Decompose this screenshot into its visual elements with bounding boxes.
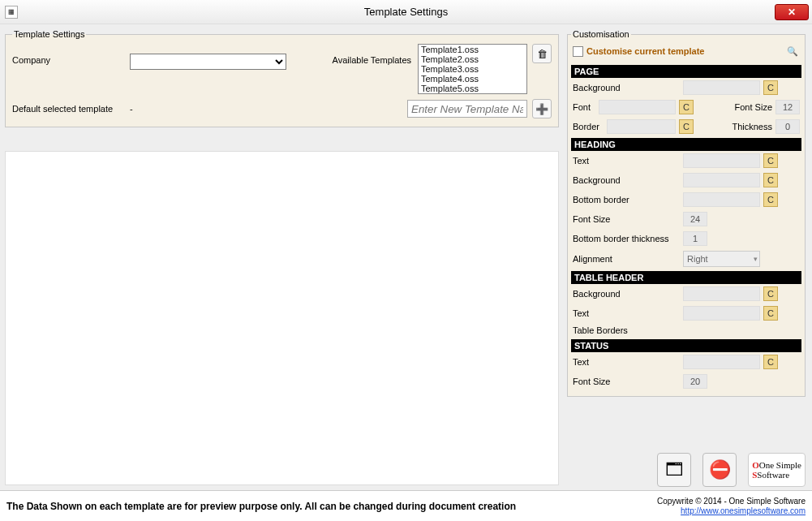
template-item[interactable]: Template1.oss	[419, 45, 526, 54]
heading-bg-swatch[interactable]	[683, 173, 760, 187]
page-font-color-button[interactable]: C	[679, 100, 694, 114]
heading-text-swatch[interactable]	[683, 153, 760, 168]
page-thickness-value[interactable]: 0	[775, 119, 800, 134]
status-text-color-button[interactable]: C	[763, 355, 778, 369]
section-page: PAGE	[571, 65, 801, 78]
page-border-label: Border	[573, 122, 604, 131]
available-templates-label: Available Templates	[320, 44, 418, 65]
customisation-group: Customisation Customise current template…	[567, 29, 806, 397]
company-label: Company	[12, 44, 130, 65]
heading-fs-value[interactable]: 24	[683, 212, 707, 226]
customisation-legend: Customisation	[571, 29, 631, 39]
window-title: Template Settings	[0, 6, 812, 18]
chevron-down-icon: ▾	[754, 255, 759, 263]
remove-template-button[interactable]: 🗑	[532, 44, 552, 63]
heading-bg-label: Background	[573, 175, 680, 185]
titlebar: ▦ Template Settings ✕	[0, 0, 812, 24]
logo-line1: One Simple	[759, 460, 801, 470]
heading-bb-swatch[interactable]	[683, 192, 760, 207]
th-bg-color-button[interactable]: C	[763, 286, 778, 301]
heading-bbt-label: Bottom border thickness	[573, 234, 680, 243]
heading-bbt-value[interactable]: 1	[683, 231, 707, 246]
template-settings-legend: Template Settings	[12, 29, 86, 39]
company-select[interactable]	[130, 54, 286, 70]
default-template-label: Default selected template	[12, 104, 130, 114]
page-thickness-label: Thickness	[732, 122, 772, 131]
page-font-swatch[interactable]	[599, 100, 676, 114]
template-settings-group: Template Settings Company Available Temp…	[5, 29, 559, 127]
heading-bb-color-button[interactable]: C	[763, 192, 778, 207]
website-link[interactable]: http://www.onesimplesoftware.com	[681, 506, 806, 515]
page-font-label: Font	[573, 102, 595, 112]
logo-line2: Software	[757, 470, 789, 480]
section-heading: HEADING	[571, 138, 801, 151]
page-border-color-button[interactable]: C	[679, 119, 694, 134]
default-template-value: -	[130, 104, 133, 114]
heading-align-select[interactable]: Right▾	[683, 251, 760, 267]
template-item[interactable]: Template3.oss	[419, 64, 526, 74]
templates-listbox[interactable]: Template1.oss Template2.oss Template3.os…	[418, 44, 527, 94]
page-fontsize-value[interactable]: 12	[775, 100, 800, 114]
heading-align-label: Alignment	[573, 254, 680, 264]
page-border-swatch[interactable]	[607, 119, 676, 134]
copyright-text: Copywrite © 2014 - One Simple Software	[657, 497, 806, 506]
customise-checkbox[interactable]	[573, 46, 583, 57]
heading-bb-label: Bottom border	[573, 195, 680, 205]
cancel-button[interactable]: ⛔	[702, 453, 737, 487]
save-button[interactable]: 🗔	[657, 453, 691, 487]
page-background-label: Background	[573, 83, 680, 93]
th-text-swatch[interactable]	[683, 306, 760, 321]
status-fs-label: Font Size	[573, 377, 680, 386]
customise-label: Customise current template	[586, 46, 704, 56]
heading-align-value: Right	[687, 254, 708, 264]
th-bg-label: Background	[573, 289, 680, 299]
footer-note: The Data Shown on each template are for …	[6, 501, 516, 512]
heading-fs-label: Font Size	[573, 214, 680, 224]
status-text-swatch[interactable]	[683, 355, 760, 369]
section-status: STATUS	[571, 339, 801, 352]
new-template-name-input[interactable]	[407, 100, 527, 118]
status-fs-value[interactable]: 20	[683, 374, 707, 389]
page-fontsize-label: Font Size	[735, 102, 772, 112]
zoom-icon[interactable]: 🔍	[784, 42, 801, 60]
brand-logo: OOne Simple SSoftware	[748, 453, 806, 487]
section-tableheader: TABLE HEADER	[571, 271, 801, 284]
page-background-swatch[interactable]	[683, 80, 760, 95]
th-text-color-button[interactable]: C	[763, 306, 778, 321]
template-item[interactable]: Template4.oss	[419, 74, 526, 84]
add-template-button[interactable]: ➕	[532, 99, 552, 118]
page-background-color-button[interactable]: C	[763, 80, 778, 95]
template-item[interactable]: Template5.oss	[419, 84, 526, 93]
template-preview-area	[5, 151, 559, 485]
template-item[interactable]: Template2.oss	[419, 54, 526, 64]
th-text-label: Text	[573, 308, 680, 318]
status-text-label: Text	[573, 357, 680, 367]
th-borders-label: Table Borders	[573, 325, 680, 335]
heading-text-color-button[interactable]: C	[763, 153, 778, 168]
th-bg-swatch[interactable]	[683, 286, 760, 301]
heading-bg-color-button[interactable]: C	[763, 173, 778, 187]
footer: The Data Shown on each template are for …	[0, 490, 812, 521]
heading-text-label: Text	[573, 156, 680, 166]
